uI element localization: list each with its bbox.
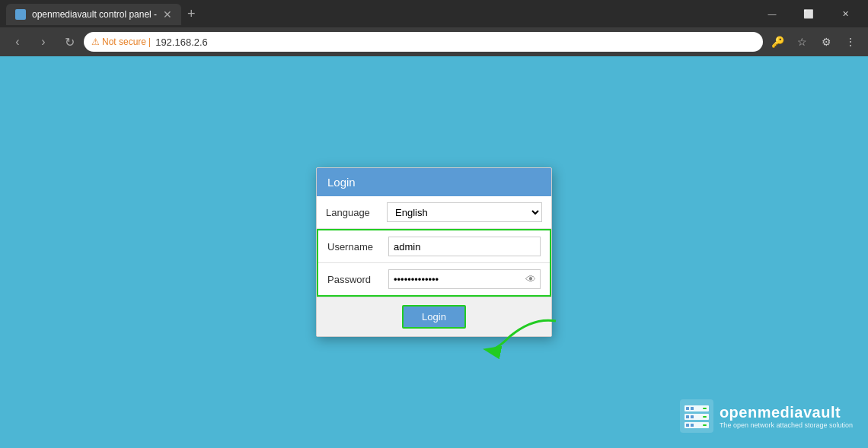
close-button[interactable]: ✕ (828, 3, 862, 24)
language-select[interactable]: English (387, 202, 542, 222)
browser-window: openmediavault control panel - ✕ + — ⬜ ✕… (0, 0, 868, 448)
credentials-highlight-box: Username Password 👁 (317, 229, 551, 297)
svg-rect-11 (686, 424, 689, 427)
svg-rect-5 (703, 408, 707, 409)
login-footer: Login (317, 297, 551, 336)
login-header: Login (317, 168, 551, 196)
omv-logo: openmediavault The open network attached… (680, 399, 853, 433)
title-bar: openmediavault control panel - ✕ + — ⬜ ✕ (0, 0, 868, 27)
language-label: Language (326, 207, 387, 218)
language-row: Language English (317, 196, 551, 229)
tab-bar: openmediavault control panel - ✕ + (6, 3, 752, 25)
minimize-button[interactable]: — (755, 3, 789, 24)
omv-tagline: The open network attached storage soluti… (720, 421, 853, 429)
svg-rect-4 (691, 407, 694, 410)
svg-rect-8 (691, 415, 694, 418)
page-content: Login Language English Username (0, 56, 868, 448)
maximize-button[interactable]: ⬜ (792, 3, 825, 24)
password-input[interactable] (388, 269, 541, 289)
forward-button[interactable]: › (32, 30, 55, 53)
omv-logo-icon (680, 399, 713, 433)
svg-rect-7 (686, 415, 689, 418)
omv-brand-name: openmediavault (720, 404, 853, 421)
url-text: 192.168.2.6 (155, 37, 208, 48)
tab-favicon (15, 9, 26, 20)
bookmark-icon[interactable]: ☆ (790, 30, 813, 53)
login-body: Language English Username Password (317, 196, 551, 297)
new-tab-button[interactable]: + (181, 3, 202, 25)
svg-rect-3 (686, 407, 689, 410)
back-button[interactable]: ‹ (6, 30, 29, 53)
password-label: Password (327, 274, 388, 285)
warning-icon: ⚠ (91, 37, 100, 47)
window-controls: — ⬜ ✕ (755, 3, 862, 24)
login-title: Login (327, 176, 356, 189)
svg-rect-13 (703, 424, 707, 426)
svg-rect-12 (691, 424, 694, 427)
address-bar[interactable]: ⚠ Not secure | 192.168.2.6 (84, 32, 763, 52)
nav-icons-right: 🔑 ☆ ⚙ ⋮ (766, 30, 862, 53)
reload-button[interactable]: ↻ (58, 30, 81, 53)
tab-close-btn[interactable]: ✕ (163, 8, 172, 21)
show-password-icon[interactable]: 👁 (525, 273, 536, 285)
not-secure-indicator: ⚠ Not secure | (91, 37, 151, 47)
password-wrapper: 👁 (388, 269, 541, 289)
username-row: Username (318, 230, 550, 263)
menu-icon[interactable]: ⋮ (839, 30, 862, 53)
password-row: Password 👁 (318, 263, 550, 295)
username-input[interactable] (388, 237, 541, 256)
active-tab[interactable]: openmediavault control panel - ✕ (6, 4, 181, 25)
nav-bar: ‹ › ↻ ⚠ Not secure | 192.168.2.6 🔑 ☆ ⚙ ⋮ (0, 27, 868, 56)
tab-title: openmediavault control panel - (32, 9, 157, 20)
key-icon: 🔑 (766, 30, 789, 53)
username-label: Username (327, 241, 388, 253)
login-dialog: Login Language English Username (316, 167, 552, 337)
omv-logo-text: openmediavault The open network attached… (720, 404, 853, 429)
svg-rect-9 (703, 416, 707, 418)
login-button[interactable]: Login (402, 305, 466, 329)
extension-icon[interactable]: ⚙ (815, 30, 838, 53)
